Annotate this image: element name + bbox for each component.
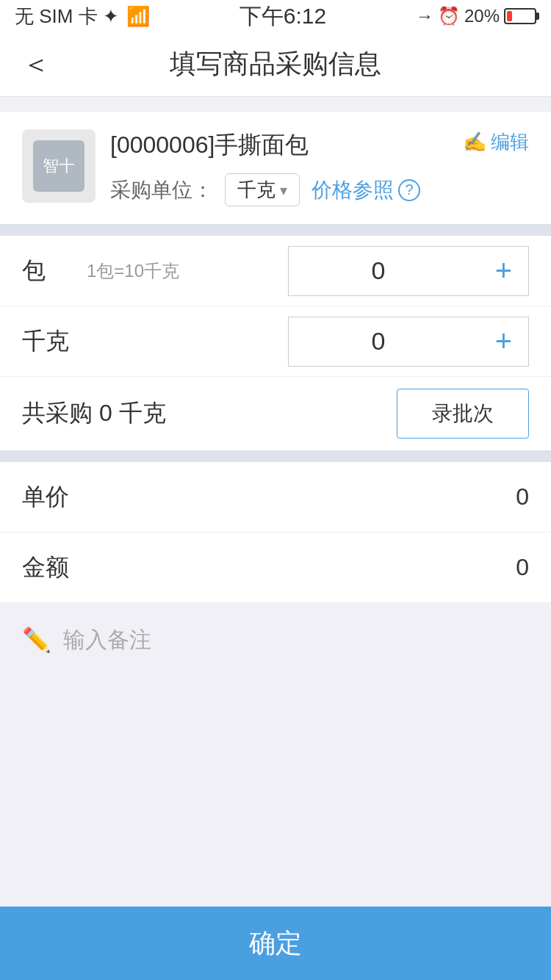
status-bar: 无 SIM 卡 ✦ 📶 下午6:12 → ⏰ 20%: [0, 0, 551, 32]
top-divider: [0, 97, 551, 112]
sim-status: 无 SIM 卡 ✦: [15, 4, 119, 29]
unit-price-value: 0: [516, 483, 529, 511]
page-wrapper: 无 SIM 卡 ✦ 📶 下午6:12 → ⏰ 20% ＜ 填写商品采购信息 智十: [0, 0, 551, 980]
amount-row: 金额 0: [0, 533, 551, 603]
input-section: 包 1包=10千克 + 千克 + 共采购 0 千克 录批次: [0, 236, 551, 450]
unit-label: 采购单位：: [110, 176, 213, 204]
kg-input-row: 千克 +: [0, 306, 551, 377]
back-button[interactable]: ＜: [22, 46, 50, 83]
battery-icon: [504, 8, 536, 24]
pack-input-row: 包 1包=10千克 +: [0, 236, 551, 306]
kg-plus-icon: +: [495, 325, 512, 358]
kg-field-wrap: +: [81, 317, 529, 367]
remark-section[interactable]: ✏️ 输入备注: [0, 603, 551, 677]
summary-text: 共采购 0 千克: [22, 397, 166, 430]
batch-label: 录批次: [432, 400, 494, 428]
pack-plus-icon: +: [495, 254, 512, 287]
logo-text: 智十: [43, 155, 75, 177]
unit-dropdown-arrow: ▾: [280, 181, 287, 199]
location-icon: →: [416, 6, 433, 26]
page-title: 填写商品采购信息: [170, 46, 381, 82]
status-time: 下午6:12: [240, 1, 326, 32]
edit-button[interactable]: ✍ 编辑: [463, 129, 529, 155]
help-icon: ?: [398, 179, 420, 201]
section-divider-1: [0, 224, 551, 236]
confirm-label: 确定: [249, 926, 302, 962]
confirm-bar[interactable]: 确定: [0, 907, 551, 980]
pack-plus-button[interactable]: +: [479, 246, 529, 296]
alarm-icon: ⏰: [438, 6, 460, 26]
unit-price-row: 单价 0: [0, 462, 551, 533]
pencil-icon: ✏️: [22, 626, 51, 654]
edit-label: 编辑: [491, 129, 529, 155]
pack-field-wrap: +: [179, 246, 529, 296]
product-unit-row: 采购单位： 千克 ▾ 价格参照 ?: [110, 173, 529, 206]
amount-value: 0: [516, 554, 529, 581]
kg-qty-input[interactable]: [288, 317, 479, 367]
info-section: 单价 0 金额 0: [0, 462, 551, 603]
wifi-icon: 📶: [126, 5, 150, 28]
unit-value: 千克: [237, 177, 276, 203]
kg-label: 千克: [22, 325, 81, 358]
battery-percent: 20%: [464, 6, 500, 26]
status-right: → ⏰ 20%: [416, 6, 536, 26]
remark-placeholder: 输入备注: [63, 625, 151, 655]
kg-plus-button[interactable]: +: [479, 317, 529, 367]
pack-label: 包: [22, 255, 81, 287]
price-ref-button[interactable]: 价格参照 ?: [311, 176, 420, 204]
pack-sub-label: 1包=10千克: [87, 259, 179, 283]
status-left: 无 SIM 卡 ✦ 📶: [15, 4, 150, 29]
main-content-area: [0, 677, 551, 897]
edit-icon: ✍: [463, 131, 486, 154]
product-image: 智十: [22, 129, 96, 203]
amount-label: 金额: [22, 552, 69, 584]
unit-selector[interactable]: 千克 ▾: [225, 173, 300, 206]
unit-price-label: 单价: [22, 481, 69, 514]
product-card: 智十 [0000006]手撕面包 采购单位： 千克 ▾ 价格参照 ? ✍ 编辑: [0, 112, 551, 224]
summary-row: 共采购 0 千克 录批次: [0, 377, 551, 450]
product-logo: 智十: [33, 140, 84, 192]
batch-button[interactable]: 录批次: [397, 389, 529, 439]
header: ＜ 填写商品采购信息: [0, 32, 551, 97]
section-divider-2: [0, 450, 551, 462]
pack-qty-input[interactable]: [288, 246, 479, 296]
price-ref-label: 价格参照: [311, 176, 394, 204]
